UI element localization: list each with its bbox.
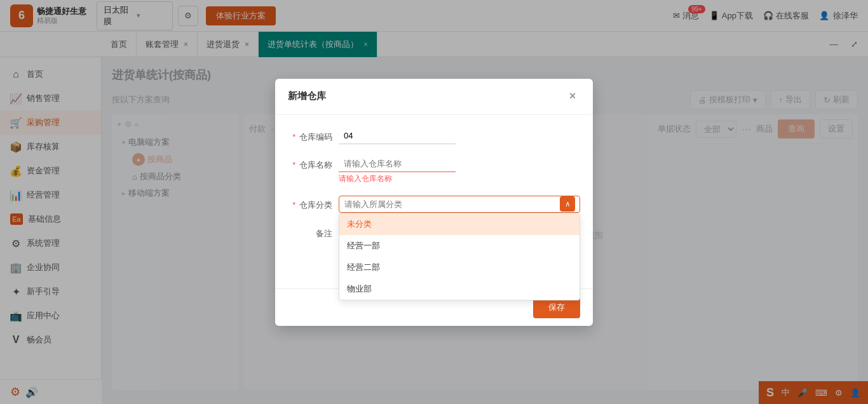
category-label: * 仓库分类 bbox=[288, 196, 339, 211]
dropdown-item-property[interactable]: 物业部 bbox=[339, 278, 580, 300]
category-select-wrap: ∧ 未分类 经营一部 经营二部 物业部 bbox=[339, 196, 580, 213]
name-error-text: 请输入仓库名称 bbox=[339, 173, 580, 184]
new-warehouse-modal: 新增仓库 × * 仓库编码 * 仓库名称 bbox=[275, 79, 593, 326]
code-input-wrap bbox=[339, 128, 580, 144]
name-label: * 仓库名称 bbox=[288, 156, 339, 171]
category-dropdown-arrow[interactable]: ∧ bbox=[560, 196, 575, 212]
modal-header: 新增仓库 × bbox=[275, 79, 593, 115]
warehouse-name-input[interactable] bbox=[339, 156, 456, 172]
note-label: 备注 bbox=[288, 224, 339, 239]
modal-title: 新增仓库 bbox=[288, 90, 326, 102]
warehouse-name-row: * 仓库名称 请输入仓库名称 bbox=[288, 156, 580, 184]
dropdown-item-dept1[interactable]: 经营一部 bbox=[339, 235, 580, 257]
category-dropdown-list: 未分类 经营一部 经营二部 物业部 bbox=[339, 213, 580, 300]
name-input-wrap: 请输入仓库名称 bbox=[339, 156, 580, 184]
warehouse-category-row: * 仓库分类 ∧ 未分类 经营一部 经营二部 物业部 bbox=[288, 196, 580, 213]
warehouse-code-row: * 仓库编码 bbox=[288, 128, 580, 144]
category-input[interactable] bbox=[339, 196, 580, 213]
modal-body: * 仓库编码 * 仓库名称 请输入仓库名称 bbox=[275, 115, 593, 288]
modal-overlay: 新增仓库 × * 仓库编码 * 仓库名称 bbox=[0, 0, 868, 404]
dropdown-item-dept2[interactable]: 经营二部 bbox=[339, 257, 580, 278]
modal-close-button[interactable]: × bbox=[565, 89, 580, 104]
code-label: * 仓库编码 bbox=[288, 128, 339, 143]
dropdown-item-unclassified[interactable]: 未分类 bbox=[339, 213, 580, 235]
warehouse-code-input[interactable] bbox=[339, 128, 456, 144]
